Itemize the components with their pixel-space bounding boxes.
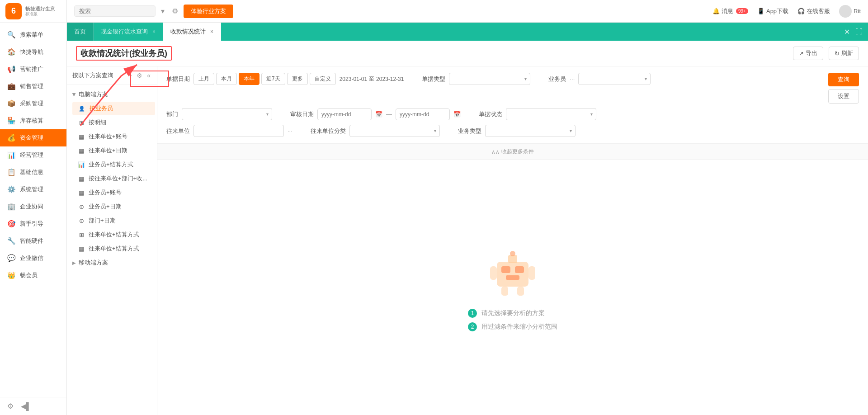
export-button[interactable]: ↗ 导出 [793, 47, 823, 60]
sidebar-item-smart-hw[interactable]: 🔧 智能硬件 [0, 232, 66, 250]
partner-more-icon[interactable]: ··· [288, 127, 292, 134]
tree-item-salesperson-date[interactable]: ⊙ 业务员+日期 [72, 200, 155, 213]
add-scheme-button[interactable]: + [127, 71, 133, 80]
tab-bank-flow[interactable]: 现金银行流水查询 × [94, 23, 163, 41]
tab-collection-stats[interactable]: 收款情况统计 × [163, 23, 221, 41]
dept-select[interactable] [182, 108, 272, 120]
tree-group-desktop-header[interactable]: ▶ 电脑端方案 [67, 88, 157, 101]
settings-button[interactable]: 设置 [828, 89, 859, 104]
dropdown-icon[interactable]: ▾ [159, 5, 166, 17]
settings-icon[interactable]: ⚙ [170, 5, 180, 17]
collapse-sidebar-icon[interactable]: ◀▌ [21, 402, 31, 410]
last-7-btn[interactable]: 近7天 [261, 73, 285, 85]
panel-header-label: 按以下方案查询 [72, 71, 113, 80]
user-item[interactable]: Rit [839, 5, 861, 18]
review-date-from[interactable] [317, 108, 372, 120]
tab-home[interactable]: 首页 [67, 23, 94, 41]
more-btn[interactable]: 更多 [287, 73, 308, 85]
calendar-to-icon[interactable]: 📅 [453, 111, 461, 118]
page-header: 收款情况统计(按业务员) ↗ 导出 ↻ 刷新 [67, 41, 868, 66]
custom-btn[interactable]: 自定义 [310, 73, 336, 85]
sidebar-item-guide[interactable]: 🎯 新手引导 [0, 215, 66, 232]
sidebar-item-sales[interactable]: 💼 销售管理 [0, 78, 66, 95]
tab-fullscreen-icon[interactable]: ⛶ [855, 28, 863, 36]
tree-item-salesperson-settlement[interactable]: 📊 业务员+结算方式 [72, 158, 155, 171]
review-date-to[interactable] [396, 108, 450, 120]
crown-icon: 👑 [7, 271, 15, 279]
partner-category-select[interactable] [349, 125, 440, 137]
tool-icon: 🔧 [7, 237, 15, 245]
last-month-btn[interactable]: 上月 [193, 73, 214, 85]
tree-item-partner-settlement2[interactable]: ▦ 往来单位+结算方式 [72, 242, 155, 255]
panel-collapse-button[interactable]: « [146, 71, 151, 80]
tabbar: 首页 现金银行流水查询 × 收款情况统计 × ✕ ⛶ [67, 23, 868, 41]
doc-status-select[interactable] [506, 108, 596, 120]
collapse-chevron-icon: ∧∧ [491, 149, 500, 155]
tree-item-label: 往来单位+结算方式 [89, 245, 139, 253]
tree-group-desktop: ▶ 电脑端方案 👤 按业务员 ⊞ 按明细 ▦ [67, 88, 157, 255]
tree-item-partner-settlement1[interactable]: ⊞ 往来单位+结算方式 [72, 228, 155, 241]
sidebar-item-member[interactable]: 👑 畅会员 [0, 267, 66, 284]
salesperson-settlement-icon: 📊 [78, 161, 85, 168]
tree-group-mobile-header[interactable]: ▶ 移动端方案 [67, 256, 157, 269]
tree-item-partner-date[interactable]: ▦ 往来单位+日期 [72, 144, 155, 157]
sidebar-item-quick-nav[interactable]: 🏠 快捷导航 [0, 43, 66, 61]
sidebar-item-enterprise[interactable]: 🏢 企业协同 [0, 198, 66, 215]
sidebar-item-basic-info[interactable]: 📋 基础信息 [0, 164, 66, 181]
sidebar-item-search[interactable]: 🔍 搜索菜单 [0, 26, 66, 43]
tree-group-label: 电脑端方案 [79, 90, 108, 99]
tree-item-dept-date[interactable]: ⊙ 部门+日期 [72, 214, 155, 227]
sidebar-item-finance[interactable]: 💰 资金管理 [0, 129, 66, 146]
tree-item-salesperson-account[interactable]: ▦ 业务员+账号 [72, 186, 155, 199]
online-service-item[interactable]: 🎧 在线客服 [797, 7, 830, 15]
sidebar-item-label: 基础信息 [20, 168, 43, 176]
tab-collection-stats-close[interactable]: × [210, 28, 213, 35]
partner-label: 往来单位 [166, 127, 190, 135]
sidebar-item-system[interactable]: ⚙️ 系统管理 [0, 181, 66, 198]
tree-item-label: 按明细 [89, 118, 106, 127]
sidebar-logo: 6 畅捷通好生意 标准版 [0, 0, 66, 23]
sidebar-item-marketing[interactable]: 📢 营销推广 [0, 61, 66, 78]
calendar-from-icon[interactable]: 📅 [375, 111, 382, 118]
notifications-item[interactable]: 🔔 消息 99+ [712, 7, 748, 15]
tree-item-by-detail[interactable]: ⊞ 按明细 [72, 116, 155, 129]
gear-icon: ⚙️ [7, 185, 15, 193]
tree-item-by-salesperson[interactable]: 👤 按业务员 [72, 102, 155, 115]
this-month-btn[interactable]: 本月 [216, 73, 237, 85]
page-header-actions: ↗ 导出 ↻ 刷新 [793, 47, 859, 60]
tree-item-label: 部门+日期 [89, 217, 116, 225]
sidebar-item-label: 经营管理 [20, 151, 43, 159]
doc-type-select[interactable] [449, 73, 530, 85]
more-filter-icon[interactable]: ··· [570, 75, 575, 82]
search-input[interactable] [74, 5, 156, 17]
step-1-num: 1 [468, 309, 477, 318]
salesperson-select[interactable] [578, 73, 651, 85]
collapse-bar[interactable]: ∧∧ 收起更多条件 [157, 144, 868, 160]
step-2-label: 用过滤条件来缩小分析范围 [481, 323, 557, 331]
empty-robot-icon [486, 244, 540, 298]
sidebar-item-wechat[interactable]: 💬 企业微信 [0, 250, 66, 267]
tab-bank-flow-close[interactable]: × [152, 28, 156, 35]
this-year-btn[interactable]: 本年 [239, 73, 259, 85]
business-type-select[interactable] [485, 125, 576, 137]
refresh-icon: ↻ [835, 50, 840, 57]
empty-step-2: 2 用过滤条件来缩小分析范围 [468, 322, 557, 331]
sidebar-item-operations[interactable]: 📊 经营管理 [0, 146, 66, 164]
panel-header-icons: + ⚙ « [127, 71, 151, 80]
scheme-settings-button[interactable]: ⚙ [136, 71, 143, 80]
sidebar-item-inventory[interactable]: 🏪 库存核算 [0, 112, 66, 129]
tree-item-partner-account[interactable]: ▦ 往来单位+账号 [72, 130, 155, 143]
app-download-label: App下载 [766, 7, 788, 15]
partner-select[interactable] [193, 125, 284, 137]
query-button[interactable]: 查询 [828, 73, 859, 86]
refresh-button[interactable]: ↻ 刷新 [829, 47, 859, 60]
settings-bottom-icon[interactable]: ⚙ [7, 402, 14, 410]
trial-button[interactable]: 体验行业方案 [184, 5, 233, 18]
app-download-item[interactable]: 📱 App下载 [757, 7, 788, 15]
tab-close-all-icon[interactable]: ✕ [844, 28, 850, 36]
svg-rect-3 [506, 275, 519, 280]
sidebar-item-purchase[interactable]: 📦 采购管理 [0, 95, 66, 112]
svg-rect-0 [497, 262, 528, 287]
tree-item-partner-dept-collect[interactable]: ▦ 按往来单位+部门+收... [72, 172, 155, 185]
search-icon: 🔍 [7, 31, 15, 39]
